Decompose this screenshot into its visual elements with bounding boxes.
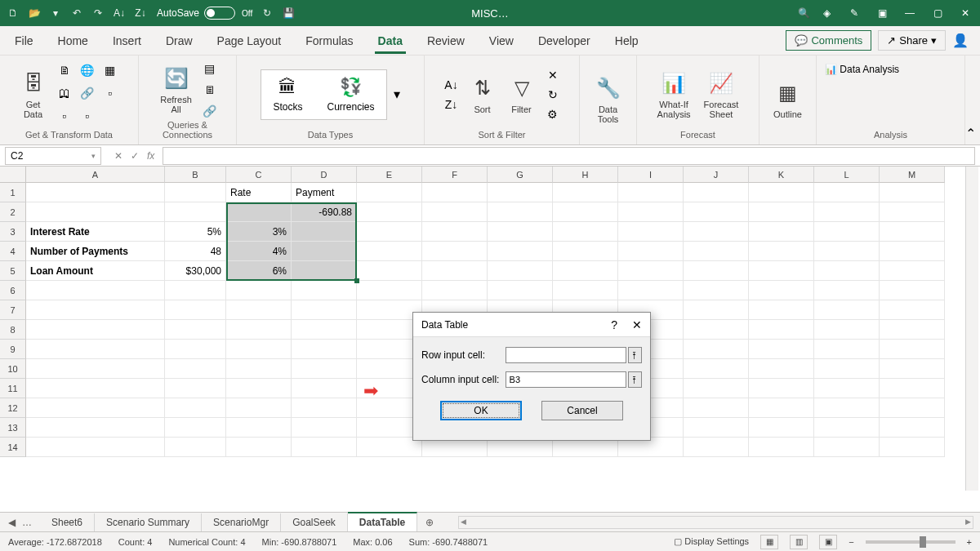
cell-C1[interactable]: Rate: [226, 183, 292, 202]
cell-J8[interactable]: [684, 320, 749, 340]
sort-az-icon[interactable]: A↓: [443, 77, 460, 93]
cell-C11[interactable]: [226, 379, 292, 398]
cell-D9[interactable]: [292, 340, 357, 359]
column-header[interactable]: I: [618, 167, 684, 183]
normal-view-icon[interactable]: ▦: [760, 535, 778, 549]
icon[interactable]: ▫: [56, 108, 73, 124]
filter-button[interactable]: ▽ Filter: [506, 73, 538, 116]
cell-I4[interactable]: [618, 242, 684, 261]
dialog-title-bar[interactable]: Data Table ? ✕: [413, 313, 650, 337]
column-header[interactable]: J: [684, 167, 749, 183]
cell-K7[interactable]: [749, 300, 814, 320]
cell-F2[interactable]: [422, 202, 488, 222]
cell-B10[interactable]: [165, 359, 226, 379]
cell-I1[interactable]: [618, 183, 684, 202]
column-header[interactable]: D: [292, 167, 357, 183]
tab-insert[interactable]: Insert: [109, 28, 145, 54]
get-data-button[interactable]: 🗄 Get Data: [17, 69, 50, 121]
cell-B5[interactable]: $30,000: [165, 261, 226, 281]
cell-H1[interactable]: [553, 183, 618, 202]
cell-J2[interactable]: [684, 202, 749, 222]
cell-L6[interactable]: [814, 281, 880, 300]
column-header[interactable]: K: [749, 167, 814, 183]
recent-sources-icon[interactable]: 🕮: [56, 85, 73, 101]
cell-J11[interactable]: [684, 379, 749, 398]
cell-J12[interactable]: [684, 398, 749, 418]
prev-sheet-icon[interactable]: ◀: [8, 517, 16, 528]
cell-K12[interactable]: [749, 398, 814, 418]
collapse-dialog-icon[interactable]: ⭱: [628, 347, 642, 363]
user-icon[interactable]: 👤: [952, 33, 969, 48]
comments-button[interactable]: 💬 Comments: [786, 30, 871, 51]
tab-draw[interactable]: Draw: [163, 28, 196, 54]
row-header[interactable]: 2: [0, 202, 26, 222]
cell-H3[interactable]: [553, 222, 618, 242]
cell-F3[interactable]: [422, 222, 488, 242]
cell-M13[interactable]: [880, 418, 945, 438]
diamond-icon[interactable]: ◈: [820, 7, 833, 19]
cell-F6[interactable]: [422, 281, 488, 300]
column-header[interactable]: H: [553, 167, 618, 183]
cell-M6[interactable]: [880, 281, 945, 300]
cell-K5[interactable]: [749, 261, 814, 281]
tab-help[interactable]: Help: [612, 28, 642, 54]
cell-B13[interactable]: [165, 418, 226, 438]
cancel-formula-icon[interactable]: ✕: [114, 150, 122, 162]
cell-K8[interactable]: [749, 320, 814, 340]
sort-button[interactable]: ⇅ Sort: [466, 73, 499, 116]
cell-K6[interactable]: [749, 281, 814, 300]
cell-B2[interactable]: [165, 202, 226, 222]
icon[interactable]: ▫: [102, 85, 118, 101]
row-header[interactable]: 12: [0, 398, 26, 418]
cell-A9[interactable]: [26, 340, 165, 359]
cell-A10[interactable]: [26, 359, 165, 379]
cell-A14[interactable]: [26, 438, 165, 457]
redo-icon[interactable]: ↷: [91, 7, 105, 20]
cell-G6[interactable]: [488, 281, 553, 300]
cell-J6[interactable]: [684, 281, 749, 300]
cell-G5[interactable]: [488, 261, 553, 281]
tab-file[interactable]: File: [11, 28, 37, 54]
row-input-field[interactable]: [506, 347, 626, 363]
row-header[interactable]: 3: [0, 222, 26, 242]
cell-K1[interactable]: [749, 183, 814, 202]
cell-D6[interactable]: [292, 281, 357, 300]
cell-J10[interactable]: [684, 359, 749, 379]
cell-B1[interactable]: [165, 183, 226, 202]
cell-M3[interactable]: [880, 222, 945, 242]
currencies-datatype[interactable]: 💱 Currencies: [327, 77, 374, 113]
vertical-scrollbar[interactable]: [965, 167, 978, 491]
cell-E6[interactable]: [357, 281, 422, 300]
new-file-icon[interactable]: 🗋: [7, 7, 20, 20]
cell-D2[interactable]: -690.88: [292, 202, 357, 222]
cell-B11[interactable]: [165, 379, 226, 398]
cell-C5[interactable]: 6%: [226, 261, 292, 281]
cell-J13[interactable]: [684, 418, 749, 438]
cell-G2[interactable]: [488, 202, 553, 222]
cell-I3[interactable]: [618, 222, 684, 242]
cell-H5[interactable]: [553, 261, 618, 281]
column-header[interactable]: E: [357, 167, 422, 183]
sheet-tab-scenariomgr[interactable]: ScenarioMgr: [202, 513, 281, 531]
cell-C13[interactable]: [226, 418, 292, 438]
select-all-corner[interactable]: [0, 167, 26, 183]
cell-B9[interactable]: [165, 340, 226, 359]
cell-G3[interactable]: [488, 222, 553, 242]
reapply-icon[interactable]: ↻: [545, 87, 561, 103]
from-text-icon[interactable]: 🗎: [56, 62, 73, 78]
brush-icon[interactable]: ✎: [848, 7, 861, 19]
collapse-ribbon-icon[interactable]: ⌃: [965, 126, 976, 141]
share-button[interactable]: ↗ Share ▾: [878, 30, 946, 51]
cell-E1[interactable]: [357, 183, 422, 202]
tab-review[interactable]: Review: [424, 28, 468, 54]
close-dialog-icon[interactable]: ✕: [632, 318, 642, 331]
cell-L7[interactable]: [814, 300, 880, 320]
zoom-slider[interactable]: [866, 540, 956, 544]
undo-icon[interactable]: ↶: [70, 7, 83, 20]
row-header[interactable]: 11: [0, 379, 26, 398]
enter-formula-icon[interactable]: ✓: [131, 150, 139, 162]
close-icon[interactable]: ✕: [959, 7, 972, 19]
cell-H2[interactable]: [553, 202, 618, 222]
cell-E5[interactable]: [357, 261, 422, 281]
outline-button[interactable]: ▦ Outline: [770, 78, 805, 121]
